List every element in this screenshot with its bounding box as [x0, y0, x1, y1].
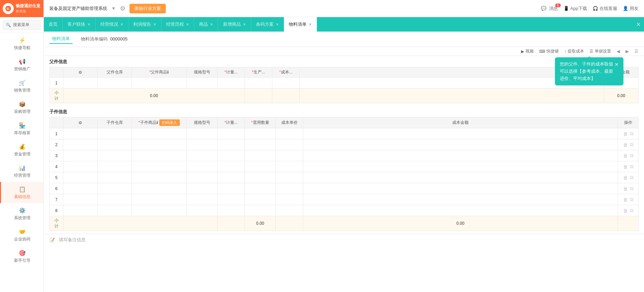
child-cell-qty-5[interactable] — [245, 172, 276, 183]
child-cell-unit-cost-5[interactable] — [276, 172, 303, 183]
child-cell-spec-1[interactable] — [187, 128, 218, 139]
child-cell-qty-7[interactable] — [245, 194, 276, 205]
parent-cell-measure[interactable] — [218, 78, 245, 89]
child-cell-measure-8[interactable] — [218, 205, 245, 216]
child-cell-qty-4[interactable] — [245, 161, 276, 172]
sidebar-item-guide[interactable]: 🎯 新手引导 — [0, 246, 44, 267]
child-cell-measure-4[interactable] — [218, 161, 245, 172]
child-cell-spec-4[interactable] — [187, 161, 218, 172]
child-cell-measure-5[interactable] — [218, 172, 245, 183]
child-cell-spec-8[interactable] — [187, 205, 218, 216]
child-cell-product-3[interactable] — [132, 150, 187, 161]
toolbar-arrow-left[interactable]: ◀ — [617, 49, 620, 54]
child-cell-unit-cost-8[interactable] — [276, 205, 303, 216]
dropdown-arrow[interactable]: ▼ — [111, 6, 116, 11]
nav-close-all-icon[interactable]: ✕ — [633, 17, 644, 32]
tab-customer[interactable]: 客户联络 ✕ — [63, 17, 96, 32]
sidebar-item-marketing[interactable]: 📢 营销推广 — [0, 54, 44, 75]
child-cell-unit-cost-4[interactable] — [276, 161, 303, 172]
copy-icon-5[interactable]: ⧉ — [630, 175, 633, 180]
tab-history[interactable]: 经营历程 ✕ — [161, 17, 194, 32]
child-cell-qty-3[interactable] — [245, 150, 276, 161]
toolbar-video[interactable]: ▶ 视频 — [521, 48, 534, 54]
child-cell-warehouse-5[interactable] — [98, 172, 132, 183]
sub-tab-bom-list[interactable]: 物料清单 — [49, 34, 73, 44]
child-cell-warehouse-7[interactable] — [98, 194, 132, 205]
trial-button[interactable]: 体验行业方案 — [129, 4, 166, 13]
child-cell-unit-cost-1[interactable] — [276, 128, 303, 139]
child-cell-warehouse-2[interactable] — [98, 139, 132, 150]
child-cell-spec-3[interactable] — [187, 150, 218, 161]
tab-new-goods-close[interactable]: ✕ — [243, 22, 246, 27]
child-cell-spec-2[interactable] — [187, 139, 218, 150]
child-cell-qty-2[interactable] — [245, 139, 276, 150]
delete-icon-8[interactable]: 🗑 — [623, 208, 628, 213]
sidebar-item-quick-nav[interactable]: ⚡ 快捷导航 — [0, 33, 44, 54]
child-cell-measure-6[interactable] — [218, 183, 245, 194]
child-cell-unit-cost-6[interactable] — [276, 183, 303, 194]
child-cell-product-8[interactable] — [132, 205, 187, 216]
sidebar-item-system[interactable]: ⚙️ 系统管理 — [0, 203, 44, 224]
tab-history-close[interactable]: ✕ — [186, 22, 189, 27]
tooltip-close-btn[interactable]: ✕ — [615, 61, 619, 68]
child-cell-qty-8[interactable] — [245, 205, 276, 216]
delete-icon-3[interactable]: 🗑 — [623, 153, 628, 159]
toolbar-single-settings[interactable]: ☰ 单据设置 — [590, 48, 611, 54]
message-badge-container[interactable]: 💬 6 消息 — [541, 5, 558, 12]
child-th-settings[interactable]: ⚙ — [63, 117, 98, 128]
parent-cell-spec[interactable] — [187, 78, 218, 89]
child-cell-product-5[interactable] — [132, 172, 187, 183]
tab-new-goods[interactable]: 新增商品 ✕ — [218, 17, 251, 32]
sidebar-item-finance[interactable]: 💰 资金管理 — [0, 139, 44, 161]
tab-operations[interactable]: 经营情况 ✕ — [96, 17, 128, 32]
child-cell-product-7[interactable] — [132, 194, 187, 205]
child-cell-spec-6[interactable] — [187, 183, 218, 194]
tab-profit-close[interactable]: ✕ — [153, 22, 156, 27]
toolbar-extract-cost[interactable]: ↑ 提取成本 — [564, 48, 584, 54]
child-cell-unit-cost-2[interactable] — [276, 139, 303, 150]
child-cell-product-1[interactable] — [132, 128, 187, 139]
delete-icon-1[interactable]: 🗑 — [623, 131, 628, 137]
child-cell-warehouse-6[interactable] — [98, 183, 132, 194]
copy-icon-8[interactable]: ⧉ — [630, 208, 633, 213]
user-menu[interactable]: 👤 用友 — [623, 5, 639, 12]
child-cell-measure-1[interactable] — [218, 128, 245, 139]
child-cell-measure-2[interactable] — [218, 139, 245, 150]
settings-icon[interactable]: ⚙ — [120, 5, 125, 12]
delete-icon-7[interactable]: 🗑 — [623, 197, 628, 202]
toolbar-arrow-right[interactable]: ▶ — [626, 49, 629, 54]
parent-th-settings[interactable]: ⚙ — [63, 67, 98, 78]
child-cell-warehouse-3[interactable] — [98, 150, 132, 161]
tab-home[interactable]: 首页 — [44, 17, 63, 32]
copy-icon-4[interactable]: ⧉ — [630, 164, 633, 170]
toolbar-menu-icon[interactable]: ☰ — [634, 49, 639, 54]
copy-icon-1[interactable]: ⧉ — [630, 131, 633, 137]
tab-barcode-close[interactable]: ✕ — [276, 22, 279, 27]
child-cell-unit-cost-3[interactable] — [276, 150, 303, 161]
app-download-btn[interactable]: 📱 App下载 — [564, 5, 587, 12]
toolbar-shortcut[interactable]: ⌨ 快捷键 — [539, 48, 559, 54]
child-cell-warehouse-1[interactable] — [98, 128, 132, 139]
child-cell-measure-7[interactable] — [218, 194, 245, 205]
parent-cell-warehouse[interactable] — [98, 78, 132, 89]
parent-cell-production[interactable] — [245, 78, 272, 89]
child-cell-warehouse-8[interactable] — [98, 205, 132, 216]
child-cell-qty-1[interactable] — [245, 128, 276, 139]
sidebar-item-sales[interactable]: 🛒 销售管理 — [0, 75, 44, 97]
parent-cell-cost[interactable] — [272, 78, 300, 89]
online-service-btn[interactable]: 🎧 在线客服 — [593, 5, 617, 12]
child-cell-product-4[interactable] — [132, 161, 187, 172]
add-remark-btn[interactable]: 填写备注信息 — [59, 237, 86, 243]
child-cell-unit-cost-7[interactable] — [276, 194, 303, 205]
copy-icon-3[interactable]: ⧉ — [630, 153, 633, 159]
delete-icon-2[interactable]: 🗑 — [623, 142, 628, 148]
parent-cell-product[interactable] — [132, 78, 187, 89]
sidebar-item-enterprise[interactable]: 🤝 企业协同 — [0, 224, 44, 246]
delete-icon-4[interactable]: 🗑 — [623, 164, 628, 170]
sub-tab-bom-code[interactable]: 物料清单编码 0000005 — [78, 35, 130, 44]
sidebar-item-operations[interactable]: 📊 经营管理 — [0, 161, 44, 182]
tab-operations-close[interactable]: ✕ — [120, 22, 123, 27]
sidebar-item-inventory[interactable]: 🏪 库存核算 — [0, 118, 44, 139]
child-cell-product-2[interactable] — [132, 139, 187, 150]
child-cell-spec-5[interactable] — [187, 172, 218, 183]
